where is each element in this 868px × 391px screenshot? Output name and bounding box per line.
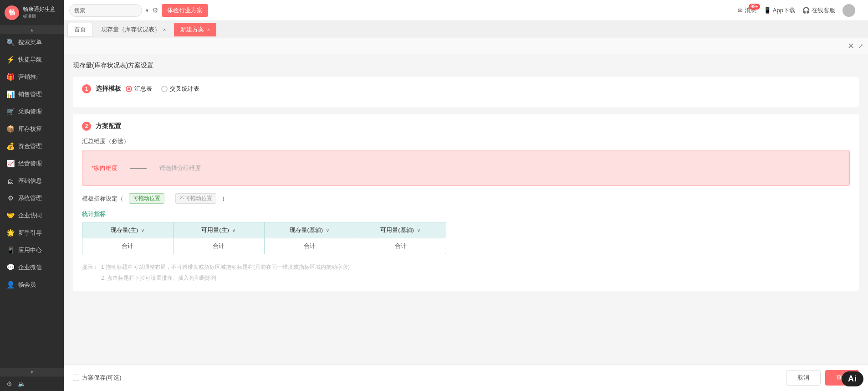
col-avail-main-arrow[interactable]: ∨ — [232, 227, 236, 233]
audio-bottom-icon[interactable]: 🔈 — [18, 380, 26, 387]
radio-cross-label: 交叉统计表 — [170, 85, 199, 93]
basicinfo-icon: 🗂 — [6, 177, 15, 185]
message-button[interactable]: ✉ 消息 99+ — [738, 6, 756, 15]
sidebar-item-sales[interactable]: 📊 销售管理 — [0, 86, 64, 103]
tab-new-scheme[interactable]: 新建方案 × — [174, 23, 216, 36]
content-area: 现存量(库存状况表)方案设置 1 选择模板 汇总表 交叉统计表 — [64, 54, 868, 364]
indicator-setting: 模板指标设定（ 可拖动位置 不可拖动位置 ） — [82, 193, 850, 204]
dropdown-icon[interactable]: ▾ — [146, 7, 148, 14]
col-current-main-arrow[interactable]: ∨ — [141, 227, 145, 233]
cell-2: 合计 — [265, 238, 356, 254]
topbar-left: ▾ ⚙ 体验行业方案 — [69, 4, 208, 17]
stat-table: 现存量(主) ∨ 可用量(主) ∨ 现存量(基辅) ∨ 可用量(基辅) ∨ — [82, 222, 446, 254]
col-current-aux-arrow[interactable]: ∨ — [326, 227, 330, 233]
app-name-group: 畅康通好生意 标准版 — [23, 6, 56, 20]
message-badge: 99+ — [749, 4, 760, 10]
sidebar-item-label: 企业协同 — [18, 211, 42, 220]
sidebar-item-search[interactable]: 🔍 搜索菜单 — [0, 34, 64, 51]
cancel-button[interactable]: 取消 — [786, 370, 821, 386]
sidebar-item-inventory[interactable]: 📦 库存核算 — [0, 120, 64, 138]
logo-initial: 畅 — [9, 9, 15, 17]
tip-1-text: 1.拖动标题栏可以调整布局，不可跨维度或指标区域拖动标题栏(只能在同一维度或指标… — [101, 262, 350, 273]
tab-home[interactable]: 首页 — [67, 23, 93, 36]
tab-inventory[interactable]: 现存量（库存状况表） × — [95, 23, 172, 36]
search-input[interactable] — [69, 4, 142, 17]
col-avail-aux[interactable]: 可用量(基辅) ∨ — [355, 222, 446, 238]
sidebar-item-label: 销售管理 — [18, 90, 42, 98]
col-avail-aux-arrow[interactable]: ∨ — [417, 227, 421, 233]
save-option: 方案保存(可选) — [73, 374, 122, 382]
sidebar-scroll-up[interactable]: ▲ — [0, 26, 64, 34]
marketing-icon: 🎁 — [6, 73, 15, 81]
sidebar-item-basicinfo[interactable]: 🗂 基础信息 — [0, 172, 64, 190]
guide-icon: 🌟 — [6, 229, 15, 237]
panel-expand-icon[interactable]: ⤢ — [858, 42, 863, 50]
dimension-placeholder: 请选择分组维度 — [159, 164, 201, 172]
tips-prefix: 提示： — [82, 262, 98, 273]
sidebar-item-operations[interactable]: 📈 经营管理 — [0, 155, 64, 172]
sidebar-item-member[interactable]: 👤 畅会员 — [0, 276, 64, 293]
sidebar-item-system[interactable]: ⚙ 系统管理 — [0, 190, 64, 207]
col-avail-main[interactable]: 可用量(主) ∨ — [174, 222, 265, 238]
trial-button[interactable]: 体验行业方案 — [162, 4, 208, 17]
col-current-main-label: 现存量(主) — [111, 226, 138, 234]
col-current-aux-label: 现存量(基辅) — [290, 226, 323, 234]
purchase-icon: 🛒 — [6, 108, 15, 116]
sidebar-item-purchase[interactable]: 🛒 采购管理 — [0, 103, 64, 120]
tab-new-scheme-close[interactable]: × — [207, 27, 209, 32]
sidebar-item-label: 新手引导 — [18, 229, 42, 237]
search-icon: 🔍 — [6, 38, 15, 46]
sidebar: 畅 畅康通好生意 标准版 ▲ 🔍 搜索菜单 ⚡ 快捷导航 🎁 营销推广 📊 销售… — [0, 0, 64, 391]
system-icon: ⚙ — [6, 194, 15, 202]
sidebar-item-label: 快捷导航 — [18, 56, 42, 64]
dimension-box[interactable]: *纵向维度 —— 请选择分组维度 — [82, 150, 850, 186]
draggable-tag: 可拖动位置 — [129, 193, 164, 204]
appcenter-icon: 📱 — [6, 246, 15, 254]
sales-icon: 📊 — [6, 90, 15, 98]
sidebar-item-label: 系统管理 — [18, 194, 42, 202]
sidebar-item-collab[interactable]: 🤝 企业协同 — [0, 207, 64, 224]
non-draggable-tag: 不可拖动位置 — [175, 193, 216, 204]
tab-inventory-close[interactable]: × — [163, 27, 166, 32]
radio-cross-dot — [161, 86, 168, 92]
indicator-close-paren: ） — [222, 195, 228, 203]
sidebar-item-guide[interactable]: 🌟 新手引导 — [0, 224, 64, 242]
sidebar-item-marketing[interactable]: 🎁 营销推广 — [0, 68, 64, 86]
sidebar-scroll-down[interactable]: ▼ — [0, 368, 64, 376]
wechat-icon: 💬 — [6, 263, 15, 272]
tab-new-scheme-label: 新建方案 — [180, 26, 204, 34]
sidebar-item-appcenter[interactable]: 📱 应用中心 — [0, 242, 64, 259]
step2-number: 2 — [82, 122, 91, 131]
radio-summary[interactable]: 汇总表 — [126, 85, 152, 93]
panel-topbar: ✕ ⤢ — [64, 38, 868, 54]
sidebar-item-finance[interactable]: 💰 资金管理 — [0, 138, 64, 155]
save-checkbox[interactable] — [73, 375, 79, 381]
save-label: 方案保存(可选) — [82, 374, 122, 382]
col-avail-aux-label: 可用量(基辅) — [380, 226, 414, 234]
radio-summary-dot — [126, 86, 132, 92]
main-area: ▾ ⚙ 体验行业方案 ✉ 消息 99+ 📱 App下载 🎧 在线客服 首页 — [64, 0, 868, 391]
cell-1: 合计 — [174, 238, 265, 254]
app-download-button[interactable]: 📱 App下载 — [764, 6, 795, 15]
sidebar-item-quicknav[interactable]: ⚡ 快捷导航 — [0, 51, 64, 68]
finance-icon: 💰 — [6, 142, 15, 150]
quicknav-icon: ⚡ — [6, 56, 15, 64]
sidebar-item-wechat[interactable]: 💬 企业微信 — [0, 259, 64, 276]
col-current-main[interactable]: 现存量(主) ∨ — [82, 222, 174, 238]
stat-table-header: 现存量(主) ∨ 可用量(主) ∨ 现存量(基辅) ∨ 可用量(基辅) ∨ — [82, 222, 446, 238]
sidebar-item-label: 采购管理 — [18, 108, 42, 116]
radio-cross[interactable]: 交叉统计表 — [161, 85, 199, 93]
collab-icon: 🤝 — [6, 211, 15, 220]
sidebar-bottom: ⚙ 🔈 — [0, 376, 64, 391]
gear-icon[interactable]: ⚙ — [152, 6, 158, 15]
step2-label: 方案配置 — [96, 122, 121, 130]
panel-close-icon[interactable]: ✕ — [848, 41, 854, 51]
settings-bottom-icon[interactable]: ⚙ — [6, 380, 12, 387]
app-edition: 标准版 — [23, 13, 56, 20]
avatar[interactable] — [842, 4, 855, 17]
cell-3: 合计 — [355, 238, 446, 254]
col-current-aux[interactable]: 现存量(基辅) ∨ — [265, 222, 356, 238]
sidebar-item-label: 经营管理 — [18, 159, 42, 168]
operations-icon: 📈 — [6, 159, 15, 168]
service-button[interactable]: 🎧 在线客服 — [802, 6, 835, 15]
